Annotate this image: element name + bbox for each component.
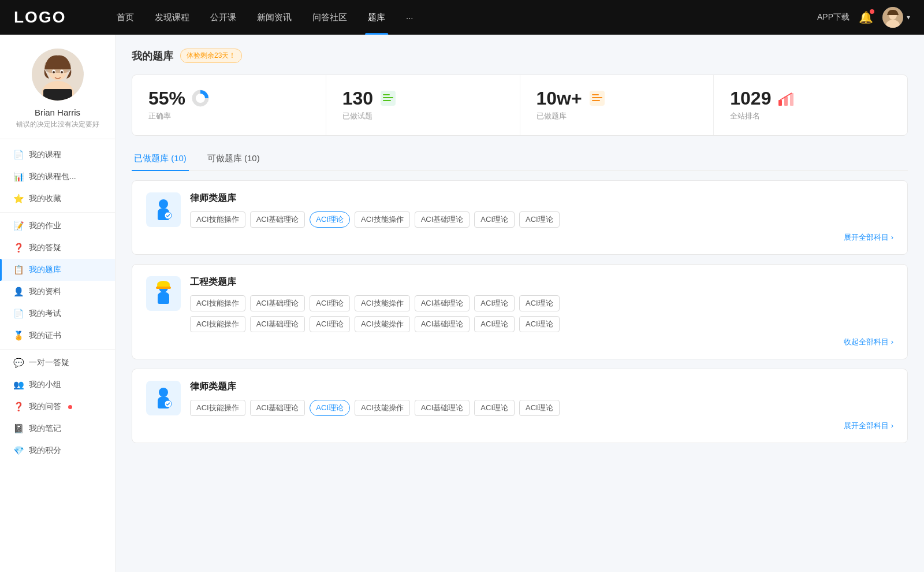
stat-top-ranking: 1029 — [730, 89, 891, 107]
sidebar-item-profile[interactable]: 👤 我的资料 — [0, 281, 115, 303]
sidebar-item-label: 我的问答 — [29, 402, 61, 412]
tag[interactable]: ACI基础理论 — [250, 211, 305, 228]
myqa-icon: ❓ — [14, 402, 23, 411]
sidebar-item-favorites[interactable]: ⭐ 我的收藏 — [0, 188, 115, 210]
tag-active[interactable]: ACI理论 — [310, 211, 350, 228]
nav-news[interactable]: 新闻资讯 — [247, 0, 302, 35]
sidebar-item-label: 我的作业 — [29, 221, 61, 231]
app-download-btn[interactable]: APP下载 — [817, 12, 850, 23]
tag[interactable]: ACI理论 — [310, 316, 350, 332]
tag[interactable]: ACI理论 — [474, 211, 515, 228]
profile-motto: 错误的决定比没有决定要好 — [16, 120, 99, 129]
qbank-title-3: 律师类题库 — [190, 381, 893, 393]
tag[interactable]: ACI基础理论 — [250, 316, 305, 332]
sidebar-item-qa[interactable]: ❓ 我的答疑 — [0, 237, 115, 259]
tag[interactable]: ACI理论 — [519, 400, 560, 416]
sidebar-item-points[interactable]: 💎 我的积分 — [0, 440, 115, 462]
qbank-header-3: 律师类题库 ACI技能操作 ACI基础理论 ACI理论 ACI技能操作 ACI基… — [146, 381, 893, 431]
tags-row-2a: ACI技能操作 ACI基础理论 ACI理论 ACI技能操作 ACI基础理论 AC… — [190, 295, 893, 311]
sidebar-item-label: 我的小组 — [29, 380, 61, 390]
profile-name: Brian Harris — [35, 107, 80, 117]
tag[interactable]: ACI基础理论 — [415, 295, 470, 311]
sidebar-item-label: 我的资料 — [29, 287, 61, 297]
tab-done[interactable]: 已做题库 (10) — [132, 147, 189, 171]
sidebar-item-certificate[interactable]: 🏅 我的证书 — [0, 325, 115, 347]
sidebar-item-myqa[interactable]: ❓ 我的问答 — [0, 396, 115, 418]
collapse-link-2[interactable]: 收起全部科目 › — [190, 337, 893, 347]
stat-ranking: 1029 全站排名 — [714, 75, 907, 135]
sidebar-item-label: 我的课程包... — [29, 172, 76, 182]
sidebar-item-exam[interactable]: 📄 我的考试 — [0, 303, 115, 325]
stats-row: 55% 正确率 130 — [132, 75, 908, 136]
nav-qbank[interactable]: 题库 — [357, 0, 396, 35]
expand-link-1[interactable]: 展开全部科目 › — [190, 232, 893, 243]
sidebar-item-label: 我的收藏 — [29, 194, 61, 204]
svg-rect-16 — [383, 97, 393, 98]
qbank-icon: 📋 — [14, 265, 23, 274]
tag[interactable]: ACI理论 — [519, 316, 560, 332]
svg-point-9 — [53, 71, 55, 73]
expand-link-3[interactable]: 展开全部科目 › — [190, 421, 893, 431]
tag[interactable]: ACI基础理论 — [415, 400, 470, 416]
sidebar-item-homework[interactable]: 📝 我的作业 — [0, 215, 115, 237]
tag-active[interactable]: ACI理论 — [310, 400, 350, 416]
tag[interactable]: ACI技能操作 — [355, 211, 410, 228]
sidebar-item-course[interactable]: 📄 我的课程 — [0, 144, 115, 166]
tag[interactable]: ACI基础理论 — [250, 400, 305, 416]
tags-row-3: ACI技能操作 ACI基础理论 ACI理论 ACI技能操作 ACI基础理论 AC… — [190, 400, 893, 416]
sidebar-item-qbank[interactable]: 📋 我的题库 — [0, 259, 115, 281]
tag[interactable]: ACI技能操作 — [190, 316, 245, 332]
notification-bell[interactable]: 🔔 — [859, 10, 873, 24]
sidebar-divider-2 — [0, 349, 115, 350]
main-content: 我的题库 体验剩余23天！ 55% 正确 — [116, 35, 924, 572]
tag[interactable]: ACI理论 — [474, 295, 515, 311]
stat-questions: 130 已做试题 — [326, 75, 520, 135]
svg-point-10 — [61, 71, 63, 73]
stat-top-accuracy: 55% — [148, 89, 310, 107]
notes-icon: 📓 — [14, 424, 23, 433]
tag[interactable]: ACI基础理论 — [415, 211, 470, 228]
dropdown-arrow: ▾ — [907, 13, 910, 21]
nav-more[interactable]: ··· — [396, 0, 424, 35]
tag[interactable]: ACI理论 — [474, 400, 515, 416]
sidebar-item-notes[interactable]: 📓 我的笔记 — [0, 418, 115, 440]
profile-icon: 👤 — [14, 287, 23, 296]
tag[interactable]: ACI技能操作 — [355, 400, 410, 416]
tag[interactable]: ACI基础理论 — [250, 295, 305, 311]
certificate-icon: 🏅 — [14, 331, 23, 340]
tabs-row: 已做题库 (10) 可做题库 (10) — [132, 147, 908, 171]
tab-todo[interactable]: 可做题库 (10) — [205, 147, 262, 171]
nav-home[interactable]: 首页 — [106, 0, 144, 35]
tag[interactable]: ACI理论 — [519, 211, 560, 228]
accuracy-value: 55% — [148, 89, 185, 107]
sidebar-item-1on1[interactable]: 💬 一对一答疑 — [0, 352, 115, 374]
page-header: 我的题库 体验剩余23天！ — [132, 49, 908, 63]
qbank-icon-engineer — [146, 276, 181, 311]
notification-dot — [870, 9, 874, 14]
tag[interactable]: ACI基础理论 — [415, 316, 470, 332]
nav-discover[interactable]: 发现课程 — [144, 0, 200, 35]
qbank-body-3: 律师类题库 ACI技能操作 ACI基础理论 ACI理论 ACI技能操作 ACI基… — [190, 381, 893, 431]
svg-rect-22 — [778, 100, 782, 106]
nav-qa[interactable]: 问答社区 — [302, 0, 357, 35]
main-layout: Brian Harris 错误的决定比没有决定要好 📄 我的课程 📊 我的课程包… — [0, 35, 924, 572]
tag[interactable]: ACI理论 — [519, 295, 560, 311]
exam-icon: 📄 — [14, 309, 23, 318]
qbank-title-1: 律师类题库 — [190, 192, 893, 205]
sidebar-item-coursepackage[interactable]: 📊 我的课程包... — [0, 166, 115, 188]
pie-chart-icon — [191, 89, 210, 107]
nav-opencourse[interactable]: 公开课 — [200, 0, 247, 35]
qbank-header-2: 工程类题库 ACI技能操作 ACI基础理论 ACI理论 ACI技能操作 ACI基… — [146, 276, 893, 347]
tag[interactable]: ACI技能操作 — [190, 295, 245, 311]
svg-rect-23 — [784, 96, 788, 106]
user-avatar-wrapper[interactable]: ▾ — [882, 7, 910, 28]
tag[interactable]: ACI理论 — [310, 295, 350, 311]
tag[interactable]: ACI技能操作 — [355, 316, 410, 332]
tag[interactable]: ACI技能操作 — [190, 400, 245, 416]
tag[interactable]: ACI理论 — [474, 316, 515, 332]
svg-rect-15 — [383, 94, 390, 95]
tag[interactable]: ACI技能操作 — [190, 211, 245, 228]
tag[interactable]: ACI技能操作 — [355, 295, 410, 311]
sidebar-item-group[interactable]: 👥 我的小组 — [0, 374, 115, 396]
points-icon: 💎 — [14, 446, 23, 455]
